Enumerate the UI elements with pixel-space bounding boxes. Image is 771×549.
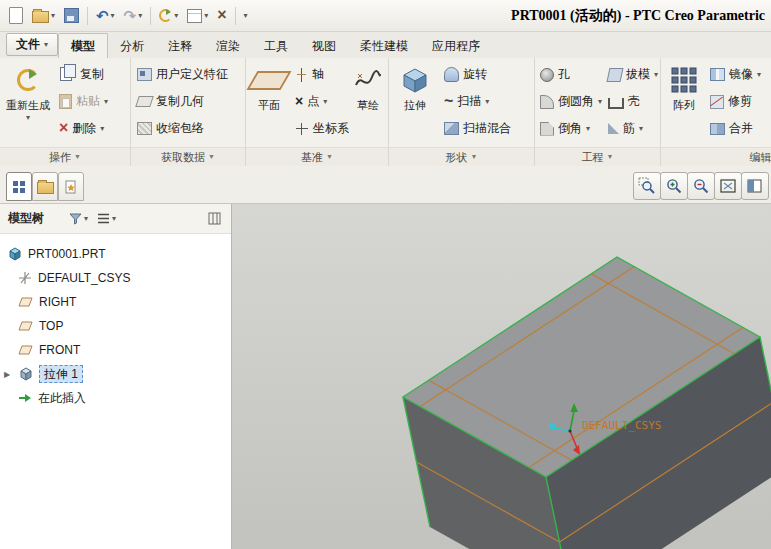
round-button[interactable]: 倒圆角 — [537, 88, 605, 115]
zoom-window-button[interactable] — [633, 172, 661, 200]
group-label-datum[interactable]: 基准 — [246, 147, 388, 166]
group-label-engineering[interactable]: 工程 — [535, 147, 660, 166]
copy-icon — [60, 67, 72, 81]
navtab-folder-browser[interactable] — [32, 172, 58, 201]
undo-button[interactable] — [93, 4, 118, 28]
window-button[interactable] — [184, 4, 211, 28]
csys-button[interactable]: 坐标系 — [292, 115, 352, 142]
dropdown-caret-icon — [100, 125, 104, 133]
copy-button[interactable]: 复制 — [56, 61, 111, 88]
tree-item-label: RIGHT — [39, 295, 76, 309]
expander-icon[interactable] — [4, 370, 13, 379]
new-file-icon — [9, 7, 23, 24]
zoom-in-icon — [665, 177, 683, 195]
tree-item-default-csys[interactable]: DEFAULT_CSYS — [0, 266, 231, 290]
dropdown-caret-icon — [174, 12, 178, 20]
regenerate-button[interactable]: 重新生成 — [2, 60, 54, 146]
close-window-button[interactable] — [214, 4, 229, 28]
sweep-label: 扫描 — [457, 93, 481, 110]
round-label: 倒圆角 — [558, 93, 594, 110]
draft-button[interactable]: 拔模 — [605, 61, 661, 88]
tab-analysis[interactable]: 分析 — [108, 34, 156, 58]
udf-button[interactable]: 用户定义特征 — [134, 61, 231, 88]
tab-applications-label: 应用程序 — [432, 38, 480, 55]
hole-button[interactable]: 孔 — [537, 61, 605, 88]
extrude-button[interactable]: 拉伸 — [393, 60, 437, 146]
paste-label: 粘贴 — [76, 93, 100, 110]
chamfer-button[interactable]: 倒角 — [537, 115, 605, 142]
columns-icon — [208, 212, 221, 225]
windows-icon — [187, 9, 202, 23]
regenerate-quick-button[interactable] — [156, 4, 181, 28]
point-button[interactable]: 点 — [292, 88, 352, 115]
model-scene[interactable]: DEFAULT_CSYS — [232, 204, 771, 549]
toolbar-options-button[interactable] — [241, 4, 251, 28]
ribbon-group-editing: 阵列 镜像 修剪 合并 编辑 — [661, 58, 771, 166]
tree-item-top-plane[interactable]: TOP — [0, 314, 231, 338]
tree-item-label-selected: 拉伸 1 — [39, 365, 83, 383]
paste-button[interactable]: 粘贴 — [56, 88, 111, 115]
trim-button[interactable]: 修剪 — [707, 88, 764, 115]
datum-plane-icon — [247, 71, 292, 90]
file-menu-button[interactable]: 文件 — [6, 33, 58, 56]
axis-button[interactable]: 轴 — [292, 61, 352, 88]
zoom-out-button[interactable] — [687, 172, 715, 200]
open-file-button[interactable] — [29, 4, 58, 28]
delete-button[interactable]: 删除 — [56, 115, 111, 142]
group-label-get-data[interactable]: 获取数据 — [131, 147, 245, 166]
group-caret-icon — [208, 153, 215, 161]
tree-item-extrude-1[interactable]: 拉伸 1 — [0, 362, 231, 386]
tree-columns-button[interactable] — [206, 211, 223, 226]
tree-item-insert-here[interactable]: 在此插入 — [0, 386, 231, 410]
tree-item-label: TOP — [39, 319, 63, 333]
udf-icon — [137, 68, 152, 81]
sweep-button[interactable]: 扫描 — [441, 88, 514, 115]
tree-item-part[interactable]: PRT0001.PRT — [0, 242, 231, 266]
tab-model[interactable]: 模型 — [58, 33, 108, 58]
shell-button[interactable]: 壳 — [605, 88, 661, 115]
tab-flexible-modeling[interactable]: 柔性建模 — [348, 34, 420, 58]
new-file-button[interactable] — [6, 4, 26, 28]
refit-button[interactable] — [714, 172, 742, 200]
save-button[interactable] — [61, 4, 82, 28]
revolve-button[interactable]: 旋转 — [441, 61, 514, 88]
tab-annotate[interactable]: 注释 — [156, 34, 204, 58]
navtab-favorites[interactable] — [58, 172, 84, 201]
swept-blend-button[interactable]: 扫描混合 — [441, 115, 514, 142]
repaint-button[interactable] — [741, 172, 769, 200]
mirror-button[interactable]: 镜像 — [707, 61, 764, 88]
group-label-operations[interactable]: 操作 — [0, 147, 130, 166]
merge-button[interactable]: 合并 — [707, 115, 764, 142]
zoom-in-button[interactable] — [660, 172, 688, 200]
sketch-button[interactable]: 草绘 — [348, 60, 388, 146]
extrude-label: 拉伸 — [404, 99, 426, 111]
group-label-shapes[interactable]: 形状 — [389, 147, 534, 166]
redo-button[interactable] — [121, 4, 146, 28]
tree-settings-button[interactable] — [95, 211, 118, 226]
extrude-icon — [400, 66, 430, 94]
tab-tools[interactable]: 工具 — [252, 34, 300, 58]
tab-view[interactable]: 视图 — [300, 34, 348, 58]
draft-icon — [607, 68, 624, 82]
regenerate-icon — [16, 68, 40, 92]
tree-item-front-plane[interactable]: FRONT — [0, 338, 231, 362]
tree-filter-button[interactable] — [67, 211, 90, 226]
rib-button[interactable]: 筋 — [605, 115, 661, 142]
redo-icon — [124, 7, 137, 25]
tree-item-right-plane[interactable]: RIGHT — [0, 290, 231, 314]
graphics-viewport[interactable]: DEFAULT_CSYS — [232, 204, 771, 549]
pattern-button[interactable]: 阵列 — [663, 60, 705, 146]
shrinkwrap-button[interactable]: 收缩包络 — [134, 115, 231, 142]
copy-geometry-button[interactable]: 复制几何 — [134, 88, 231, 115]
datum-plane-icon — [18, 344, 33, 356]
tab-applications[interactable]: 应用程序 — [420, 34, 492, 58]
copy-geometry-icon — [135, 96, 154, 107]
group-caret-icon — [607, 153, 614, 161]
dropdown-caret-icon — [111, 12, 115, 20]
tab-render[interactable]: 渲染 — [204, 34, 252, 58]
plane-button[interactable]: 平面 — [248, 60, 290, 146]
navtab-model-tree[interactable] — [6, 172, 32, 201]
round-icon — [540, 95, 554, 109]
group-label-editing[interactable]: 编辑 — [661, 147, 771, 166]
copy-geometry-label: 复制几何 — [156, 93, 204, 110]
